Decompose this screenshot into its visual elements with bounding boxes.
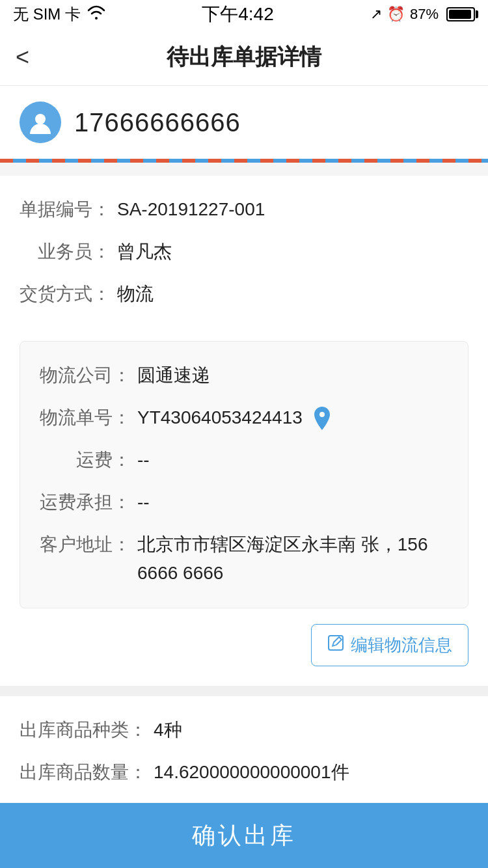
address-label: 客户地址： bbox=[40, 530, 137, 560]
confirm-button[interactable]: 确认出库 bbox=[0, 803, 488, 868]
wifi-icon bbox=[87, 5, 105, 23]
salesman-value: 曾凡杰 bbox=[117, 237, 468, 267]
page-title: 待出库单据详情 bbox=[167, 42, 321, 72]
freight-value: -- bbox=[137, 446, 448, 475]
order-number-label: 单据编号： bbox=[20, 195, 117, 224]
address-row: 客户地址： 北京市市辖区海淀区永丰南 张，156 6666 6666 bbox=[40, 530, 448, 589]
address-value: 北京市市辖区海淀区永丰南 张，156 6666 6666 bbox=[137, 530, 448, 589]
goods-type-label: 出库商品种类： bbox=[20, 716, 154, 745]
edit-logistics-area: 编辑物流信息 bbox=[20, 624, 468, 666]
confirm-label: 确认出库 bbox=[192, 820, 296, 852]
logistics-company-label: 物流公司： bbox=[40, 361, 137, 390]
salesman-row: 业务员： 曾凡杰 bbox=[20, 237, 468, 267]
goods-quantity-value: 14.620000000000001件 bbox=[154, 758, 468, 787]
logistics-company-row: 物流公司： 圆通速递 bbox=[40, 361, 448, 390]
goods-quantity-row: 出库商品数量： 14.620000000000001件 bbox=[20, 758, 468, 787]
status-bar-time: 下午4:42 bbox=[202, 2, 274, 27]
carrier-label: 无 SIM 卡 bbox=[13, 4, 81, 25]
edit-logistics-button[interactable]: 编辑物流信息 bbox=[311, 624, 468, 666]
svg-point-0 bbox=[35, 114, 46, 124]
logistics-section: 物流公司： 圆通速递 物流单号： YT43064053424413 运费： -- bbox=[0, 328, 488, 686]
freight-bearer-label: 运费承担： bbox=[40, 488, 137, 517]
logistics-tracking-row: 物流单号： YT43064053424413 bbox=[40, 403, 448, 433]
logistics-tracking-label: 物流单号： bbox=[40, 403, 137, 433]
battery-icon bbox=[446, 7, 475, 21]
edit-icon bbox=[327, 634, 344, 656]
logistics-company-value: 圆通速递 bbox=[137, 361, 448, 390]
nav-bar: < 待出库单据详情 bbox=[0, 29, 488, 86]
customer-phone: 17666666666 bbox=[74, 108, 241, 137]
delivery-label: 交货方式： bbox=[20, 280, 117, 309]
freight-bearer-value: -- bbox=[137, 488, 448, 517]
dashed-separator bbox=[0, 159, 488, 163]
logistics-card: 物流公司： 圆通速递 物流单号： YT43064053424413 运费： -- bbox=[20, 341, 468, 608]
goods-type-row: 出库商品种类： 4种 bbox=[20, 716, 468, 745]
avatar bbox=[20, 102, 61, 143]
customer-header: 17666666666 bbox=[0, 86, 488, 159]
freight-row: 运费： -- bbox=[40, 446, 448, 475]
order-number-value: SA-20191227-001 bbox=[117, 195, 468, 224]
section-divider bbox=[0, 686, 488, 696]
status-bar-right: ↗ ⏰ 87% bbox=[370, 6, 475, 23]
status-bar-left: 无 SIM 卡 bbox=[13, 4, 105, 25]
order-number-row: 单据编号： SA-20191227-001 bbox=[20, 195, 468, 224]
logistics-tracking-value: YT43064053424413 bbox=[137, 403, 448, 433]
back-button[interactable]: < bbox=[16, 44, 29, 71]
location-icon[interactable] bbox=[312, 407, 332, 430]
order-info-section: 单据编号： SA-20191227-001 业务员： 曾凡杰 交货方式： 物流 bbox=[0, 176, 488, 328]
delivery-row: 交货方式： 物流 bbox=[20, 280, 468, 309]
edit-logistics-label: 编辑物流信息 bbox=[351, 634, 452, 657]
freight-bearer-row: 运费承担： -- bbox=[40, 488, 448, 517]
location-status-icon: ↗ bbox=[370, 6, 382, 23]
freight-label: 运费： bbox=[40, 446, 137, 475]
delivery-value: 物流 bbox=[117, 280, 468, 309]
status-bar: 无 SIM 卡 下午4:42 ↗ ⏰ 87% bbox=[0, 0, 488, 29]
svg-rect-1 bbox=[329, 636, 343, 650]
salesman-label: 业务员： bbox=[20, 237, 117, 267]
goods-quantity-label: 出库商品数量： bbox=[20, 758, 154, 787]
goods-type-value: 4种 bbox=[154, 716, 468, 745]
alarm-icon: ⏰ bbox=[387, 6, 405, 23]
battery-percent: 87% bbox=[410, 6, 439, 23]
